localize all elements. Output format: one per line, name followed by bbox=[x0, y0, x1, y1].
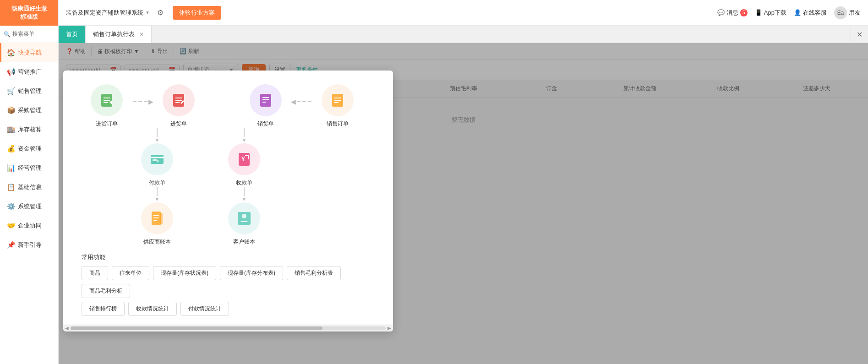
fn-btn-counterpart[interactable]: 往来单位 bbox=[112, 266, 149, 280]
svg-text:¥: ¥ bbox=[241, 155, 245, 163]
flow-node-customer-ledger[interactable]: 客户账本 bbox=[228, 202, 260, 246]
flow-node-payment[interactable]: ¥ 付款单 bbox=[141, 143, 173, 187]
topbar: 装备及固定资产辅助管理系统 ▼ ⚙ 体验行业方案 💬 消息 5 📱 App下载 … bbox=[59, 0, 868, 26]
base-info-icon: 📋 bbox=[7, 183, 15, 191]
fn-btn-inventory-dist[interactable]: 现存量(库存分布表) bbox=[220, 266, 283, 280]
trial-btn[interactable]: 体验行业方案 bbox=[173, 6, 221, 20]
fn-btn-inventory-status[interactable]: 现存量(库存状况表) bbox=[153, 266, 216, 280]
function-row-2: 销售排行榜 收款情况统计 付款情况统计 bbox=[82, 302, 375, 316]
flow-node-receipt[interactable]: ¥ 收款单 bbox=[228, 143, 260, 187]
close-all-tabs-btn[interactable]: ✕ bbox=[851, 26, 868, 43]
sidebar-item-sales[interactable]: 🛒 销售管理 bbox=[0, 81, 58, 101]
service-icon: 👤 bbox=[794, 9, 801, 16]
customer-ledger-circle bbox=[228, 202, 260, 234]
sidebar-item-marketing[interactable]: 📢 营销推广 bbox=[0, 62, 58, 81]
tabbar: 首页 销售订单执行表 ✕ ✕ bbox=[59, 26, 868, 43]
scroll-right-btn[interactable]: ▶ bbox=[388, 326, 391, 331]
sales-icon: 🛒 bbox=[7, 87, 15, 95]
sidebar: 畅康通好生意 标准版 🔍 搜索菜单 🏠 快捷导航 📢 营销推广 🛒 销售管理 📦… bbox=[0, 0, 59, 364]
system-icon: ⚙️ bbox=[7, 202, 15, 211]
svg-rect-24 bbox=[160, 213, 163, 224]
home-icon: 🏠 bbox=[7, 49, 15, 57]
sidebar-item-quick-nav[interactable]: 🏠 快捷导航 bbox=[0, 43, 58, 62]
marketing-icon: 📢 bbox=[7, 68, 15, 76]
scroll-thumb bbox=[71, 326, 322, 330]
topbar-right: 💬 消息 5 📱 App下载 👤 在线客服 Ea 用友 bbox=[717, 6, 861, 19]
online-service-btn[interactable]: 👤 在线客服 bbox=[794, 9, 827, 17]
fn-btn-sales-profit[interactable]: 销售毛利分析表 bbox=[287, 266, 341, 280]
receipt-label: 收款单 bbox=[236, 179, 252, 187]
sidebar-item-inventory[interactable]: 🏬 库存核算 bbox=[0, 120, 58, 139]
scroll-left-btn[interactable]: ◀ bbox=[65, 326, 69, 331]
common-functions: 常用功能 商品 往来单位 现存量(库存状况表) 现存量(库存分布表) 销售毛利分… bbox=[82, 253, 375, 316]
modal-overlay[interactable]: 进货订单 ▶ bbox=[59, 43, 868, 364]
sidebar-logo: 畅康通好生意 标准版 bbox=[0, 0, 58, 26]
sidebar-item-operations[interactable]: 📊 经营管理 bbox=[0, 158, 58, 178]
supplier-ledger-label: 供应商账本 bbox=[143, 238, 171, 246]
sidebar-item-base-info[interactable]: 📋 基础信息 bbox=[0, 178, 58, 197]
flow-node-purchase-order[interactable]: 进货订单 bbox=[91, 84, 123, 128]
svg-text:¥: ¥ bbox=[156, 159, 159, 163]
flow-node-sales-bill[interactable]: 销货单 bbox=[250, 84, 282, 128]
sales-order-circle bbox=[322, 84, 354, 116]
finance-icon: 💰 bbox=[7, 145, 15, 153]
sidebar-item-purchase[interactable]: 📦 采购管理 bbox=[0, 101, 58, 120]
dropdown-arrow-icon: ▼ bbox=[145, 10, 150, 15]
purchase-bill-circle bbox=[163, 84, 195, 116]
tab-close-icon[interactable]: ✕ bbox=[139, 31, 144, 38]
fn-btn-sales-ranking[interactable]: 销售排行榜 bbox=[82, 302, 125, 316]
avatar: Ea bbox=[834, 6, 847, 19]
message-btn[interactable]: 💬 消息 5 bbox=[717, 9, 748, 17]
svg-point-29 bbox=[242, 214, 246, 218]
fn-btn-payment-stats[interactable]: 付款情况统计 bbox=[180, 302, 229, 316]
sales-bill-label: 销货单 bbox=[257, 120, 274, 128]
purchase-icon: 📦 bbox=[7, 106, 15, 114]
sidebar-item-finance[interactable]: 💰 资金管理 bbox=[0, 139, 58, 158]
flow-node-sales-order[interactable]: 销售订单 bbox=[322, 84, 354, 128]
sidebar-search[interactable]: 🔍 搜索菜单 bbox=[0, 26, 58, 43]
sidebar-item-system[interactable]: ⚙️ 系统管理 bbox=[0, 197, 58, 216]
message-icon: 💬 bbox=[717, 9, 725, 16]
guide-icon: 📌 bbox=[7, 241, 15, 249]
fn-btn-product[interactable]: 商品 bbox=[82, 266, 108, 280]
fn-btn-product-profit[interactable]: 商品毛利分析 bbox=[82, 284, 130, 298]
function-row-1: 商品 往来单位 现存量(库存状况表) 现存量(库存分布表) 销售毛利分析表 商品… bbox=[82, 266, 375, 298]
app-download-btn[interactable]: 📱 App下载 bbox=[755, 9, 786, 17]
operations-icon: 📊 bbox=[7, 164, 15, 172]
sales-order-label: 销售订单 bbox=[327, 120, 349, 128]
sidebar-nav: 🏠 快捷导航 📢 营销推广 🛒 销售管理 📦 采购管理 🏬 库存核算 💰 资金管… bbox=[0, 43, 58, 364]
main-area: 装备及固定资产辅助管理系统 ▼ ⚙ 体验行业方案 💬 消息 5 📱 App下载 … bbox=[59, 0, 868, 364]
cooperation-icon: 🤝 bbox=[7, 222, 15, 230]
flow-node-supplier-ledger[interactable]: 供应商账本 bbox=[141, 202, 173, 246]
bottom-scrollbar[interactable]: ◀ ▶ bbox=[63, 325, 393, 331]
supplier-ledger-circle bbox=[141, 202, 173, 234]
sidebar-item-cooperation[interactable]: 🤝 企业协同 bbox=[0, 216, 58, 235]
payment-circle: ¥ bbox=[141, 143, 173, 175]
content-area: ❓ 帮助 🖨 按模板打印 ▼ ⬆ 导出 🔄 刷新 yyyy-mm- bbox=[59, 43, 868, 364]
inventory-icon: 🏬 bbox=[7, 125, 15, 134]
receipt-circle: ¥ bbox=[228, 143, 260, 175]
system-title-dropdown[interactable]: 装备及固定资产辅助管理系统 ▼ bbox=[66, 9, 150, 17]
gear-icon[interactable]: ⚙ bbox=[157, 8, 164, 17]
purchase-order-circle bbox=[91, 84, 123, 116]
system-title: 装备及固定资产辅助管理系统 bbox=[66, 9, 143, 17]
payment-label: 付款单 bbox=[149, 179, 165, 187]
quick-nav-modal: 进货订单 ▶ bbox=[63, 71, 393, 331]
purchase-order-label: 进货订单 bbox=[96, 120, 118, 128]
quick-nav-content: 进货订单 ▶ bbox=[63, 71, 393, 325]
sidebar-item-guide[interactable]: 📌 新手引导 bbox=[0, 235, 58, 255]
purchase-bill-label: 进货单 bbox=[170, 120, 187, 128]
tab-home[interactable]: 首页 bbox=[59, 26, 86, 43]
tab-sales-order-exec[interactable]: 销售订单执行表 ✕ bbox=[86, 26, 152, 43]
phone-icon: 📱 bbox=[755, 9, 762, 16]
customer-ledger-label: 客户账本 bbox=[233, 238, 255, 246]
sales-bill-circle bbox=[250, 84, 282, 116]
user-menu[interactable]: Ea 用友 bbox=[834, 6, 861, 19]
scroll-track[interactable] bbox=[71, 326, 386, 330]
search-icon: 🔍 bbox=[4, 31, 11, 38]
common-functions-title: 常用功能 bbox=[82, 253, 375, 261]
logo-text: 畅康通好生意 标准版 bbox=[11, 5, 47, 21]
flow-node-purchase-bill[interactable]: 进货单 bbox=[163, 84, 195, 128]
fn-btn-receipt-stats[interactable]: 收款情况统计 bbox=[128, 302, 177, 316]
